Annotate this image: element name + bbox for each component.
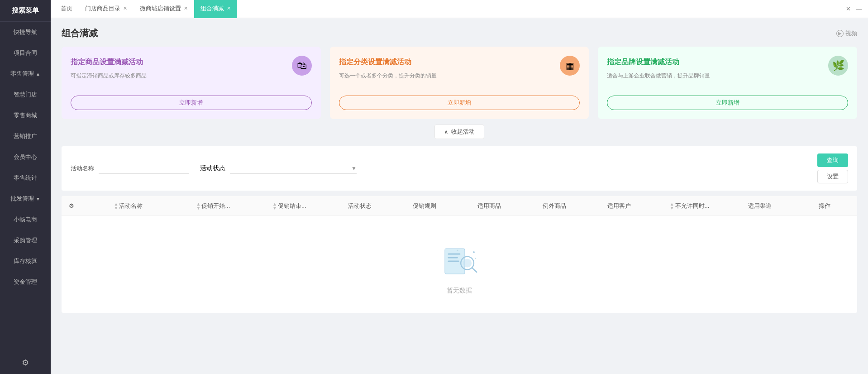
th-applicable-channel-label: 适用渠道 bbox=[748, 202, 772, 210]
collapse-chevron-icon: ∧ bbox=[444, 129, 448, 135]
th-applicable-channel: 适用渠道 bbox=[728, 202, 792, 210]
svg-point-7 bbox=[457, 249, 458, 251]
card-product-desc: 可指定滞销商品或库存较多商品 bbox=[71, 72, 312, 80]
window-minimize-btn[interactable]: — bbox=[855, 5, 863, 13]
card-brand-desc: 适合与上游企业联合做营销，提升品牌销量 bbox=[607, 72, 848, 80]
video-circle-icon: ▶ bbox=[836, 30, 844, 37]
card-brand-add-btn[interactable]: 立即新增 bbox=[607, 96, 848, 110]
th-applicable-goods: 适用商品 bbox=[457, 202, 522, 210]
wholesale-arrow-icon: ▼ bbox=[36, 197, 40, 201]
svg-line-6 bbox=[472, 268, 477, 272]
th-promo-end[interactable]: ▲▼ 促销结束... bbox=[251, 202, 328, 210]
sidebar-item-smart-store[interactable]: 智慧门店 bbox=[0, 84, 51, 105]
sidebar-item-retail-management[interactable]: 零售管理 ▲ bbox=[0, 63, 51, 84]
tab-bar: 首页 门店商品目录 ✕ 微商城店铺设置 ✕ 组合满减 ✕ ✕ — bbox=[51, 0, 868, 18]
th-activity-status-label: 活动状态 bbox=[348, 202, 372, 210]
card-category-desc: 可选一个或者多个分类，提升分类的销量 bbox=[339, 72, 580, 80]
tab-combo-discount[interactable]: 组合满减 ✕ bbox=[194, 0, 237, 18]
collapse-bar: ∧ 收起活动 bbox=[62, 125, 857, 139]
svg-point-8 bbox=[473, 251, 475, 253]
th-applicable-customer: 适用客户 bbox=[587, 202, 651, 210]
sidebar-item-mini-ecommerce[interactable]: 小畅电商 bbox=[0, 209, 51, 230]
sidebar-item-procurement[interactable]: 采购管理 bbox=[0, 230, 51, 251]
page-title: 组合满减 bbox=[62, 27, 98, 39]
sidebar-item-retail-mall[interactable]: 零售商城 bbox=[0, 105, 51, 126]
empty-text: 暂无数据 bbox=[447, 287, 472, 295]
card-product-icon: 🛍 bbox=[292, 56, 312, 76]
activity-card-product: 🛍 指定商品设置满减活动 可指定滞销商品或库存较多商品 立即新增 bbox=[62, 47, 321, 119]
th-except-goods-label: 例外商品 bbox=[543, 202, 566, 210]
video-link[interactable]: ▶ 视频 bbox=[836, 29, 857, 38]
card-category-add-btn[interactable]: 立即新增 bbox=[339, 96, 580, 110]
sidebar-item-project-contract[interactable]: 项目合同 bbox=[0, 43, 51, 63]
main-area: 首页 门店商品目录 ✕ 微商城店铺设置 ✕ 组合满减 ✕ ✕ — 组合满减 ▶ … bbox=[51, 0, 868, 374]
svg-point-9 bbox=[475, 258, 476, 259]
tab-store-catalog[interactable]: 门店商品目录 ✕ bbox=[79, 0, 134, 18]
svg-rect-2 bbox=[448, 257, 458, 258]
activity-card-category: ▦ 指定分类设置满减活动 可选一个或者多个分类，提升分类的销量 立即新增 bbox=[330, 47, 589, 119]
th-promo-start[interactable]: ▲▼ 促销开始... bbox=[175, 202, 252, 210]
sidebar-item-marketing[interactable]: 营销推广 bbox=[0, 126, 51, 147]
svg-rect-1 bbox=[448, 253, 460, 254]
tab-wechat-store-close[interactable]: ✕ bbox=[184, 5, 188, 11]
sidebar-item-member-center[interactable]: 会员中心 bbox=[0, 147, 51, 168]
th-activity-name-label: 活动名称 bbox=[119, 202, 143, 210]
th-operations-label: 操作 bbox=[819, 202, 830, 210]
sidebar-item-fund-management[interactable]: 资金管理 bbox=[0, 272, 51, 292]
tab-wechat-store-label: 微商城店铺设置 bbox=[140, 5, 181, 13]
activity-name-input[interactable] bbox=[99, 163, 189, 174]
sidebar-search-menu[interactable]: 搜索菜单 bbox=[0, 0, 51, 22]
tab-combo-discount-label: 组合满减 bbox=[200, 5, 224, 13]
th-except-goods: 例外商品 bbox=[522, 202, 587, 210]
tab-home[interactable]: 首页 bbox=[54, 0, 79, 18]
activity-status-label: 活动状态 bbox=[200, 164, 225, 173]
sidebar-item-retail-stats[interactable]: 零售统计 bbox=[0, 168, 51, 188]
th-promo-rule: 促销规则 bbox=[392, 202, 457, 210]
empty-illustration bbox=[437, 243, 482, 279]
th-activity-name[interactable]: ▲▼ 活动名称 bbox=[81, 202, 175, 210]
collapse-label: 收起活动 bbox=[451, 128, 475, 136]
sort-promo-end-icon: ▲▼ bbox=[272, 202, 277, 210]
activity-status-select[interactable]: ▼ bbox=[230, 163, 357, 174]
activity-card-brand: 🌿 指定品牌设置满减活动 适合与上游企业联合做营销，提升品牌销量 立即新增 bbox=[598, 47, 857, 119]
window-close-btn[interactable]: ✕ bbox=[844, 5, 852, 13]
sidebar: 搜索菜单 快捷导航 项目合同 零售管理 ▲ 智慧门店 零售商城 营销推广 会员中… bbox=[0, 0, 51, 374]
tab-combo-discount-close[interactable]: ✕ bbox=[227, 5, 231, 11]
sidebar-item-inventory[interactable]: 库存核算 bbox=[0, 251, 51, 272]
th-operations: 操作 bbox=[792, 202, 857, 210]
table-header: ⚙ ▲▼ 活动名称 ▲▼ 促销开始... ▲▼ 促销结束... 活动状态 bbox=[62, 196, 857, 216]
card-brand-title: 指定品牌设置满减活动 bbox=[607, 58, 848, 67]
svg-point-5 bbox=[463, 259, 472, 267]
collapse-activities-btn[interactable]: ∧ 收起活动 bbox=[434, 125, 484, 139]
th-applicable-goods-label: 适用商品 bbox=[477, 202, 501, 210]
th-no-allow-label: 不允许同时... bbox=[675, 202, 710, 210]
sidebar-item-quick-nav[interactable]: 快捷导航 bbox=[0, 22, 51, 43]
video-label: 视频 bbox=[845, 29, 857, 38]
th-no-allow[interactable]: ▲▼ 不允许同时... bbox=[651, 202, 728, 210]
sort-activity-name-icon: ▲▼ bbox=[114, 202, 118, 210]
th-gear[interactable]: ⚙ bbox=[62, 202, 81, 209]
page-header: 组合满减 ▶ 视频 bbox=[62, 27, 857, 39]
setting-button[interactable]: 设置 bbox=[817, 170, 848, 183]
card-category-title: 指定分类设置满减活动 bbox=[339, 58, 580, 67]
activity-name-field: 活动名称 bbox=[71, 163, 189, 174]
tab-wechat-store[interactable]: 微商城店铺设置 ✕ bbox=[134, 0, 194, 18]
th-promo-rule-label: 促销规则 bbox=[413, 202, 436, 210]
query-button[interactable]: 查询 bbox=[817, 153, 848, 167]
tab-store-catalog-close[interactable]: ✕ bbox=[123, 5, 127, 11]
activity-cards: 🛍 指定商品设置满减活动 可指定滞销商品或库存较多商品 立即新增 ▦ 指定分类设… bbox=[62, 47, 857, 119]
svg-rect-3 bbox=[448, 260, 459, 262]
activity-status-arrow: ▼ bbox=[351, 165, 357, 172]
gear-icon: ⚙ bbox=[69, 202, 74, 209]
activity-status-field: 活动状态 ▼ bbox=[200, 163, 806, 174]
sort-no-allow-icon: ▲▼ bbox=[670, 202, 674, 210]
sidebar-settings-icon[interactable]: ⚙ bbox=[0, 351, 51, 374]
card-product-add-btn[interactable]: 立即新增 bbox=[71, 96, 312, 110]
sort-promo-start-icon: ▲▼ bbox=[196, 202, 201, 210]
retail-arrow-icon: ▲ bbox=[36, 72, 40, 77]
th-activity-status: 活动状态 bbox=[328, 202, 392, 210]
card-brand-icon: 🌿 bbox=[828, 56, 848, 76]
sidebar-item-wholesale-management[interactable]: 批发管理 ▼ bbox=[0, 188, 51, 209]
search-actions: 查询 设置 bbox=[817, 153, 848, 183]
search-bar: 活动名称 活动状态 ▼ 查询 设置 bbox=[62, 146, 857, 191]
